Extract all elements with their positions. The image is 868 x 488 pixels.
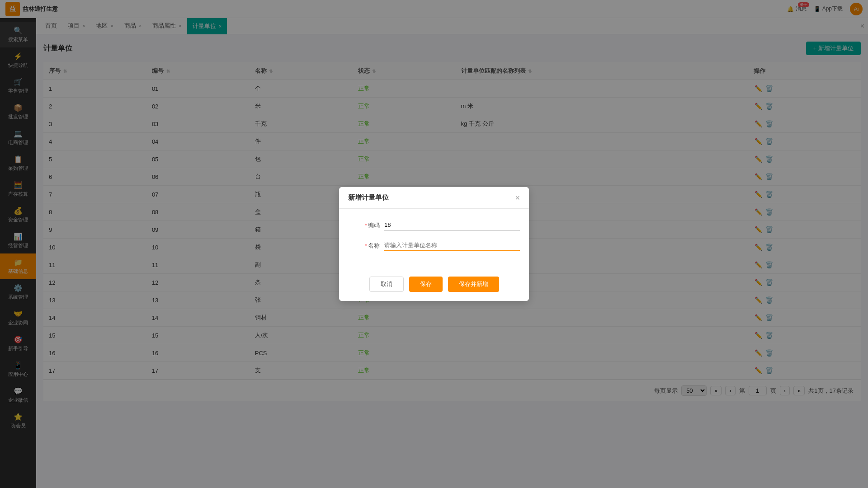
code-required-mark: * bbox=[365, 222, 367, 229]
modal-footer: 取消 保存 保存并新增 bbox=[339, 271, 529, 301]
modal-header: 新增计量单位 × bbox=[339, 187, 529, 209]
modal-overlay[interactable]: 新增计量单位 × *编码 *名称 取消 保存 保存并新增 bbox=[0, 0, 868, 488]
modal-close-button[interactable]: × bbox=[515, 194, 520, 202]
code-input[interactable] bbox=[384, 220, 520, 231]
save-and-new-button[interactable]: 保存并新增 bbox=[448, 277, 499, 292]
code-form-row: *编码 bbox=[348, 220, 520, 231]
name-required-mark: * bbox=[365, 242, 367, 249]
name-input[interactable] bbox=[384, 240, 520, 251]
cancel-button[interactable]: 取消 bbox=[369, 277, 404, 292]
name-label-text: 名称 bbox=[368, 242, 380, 249]
code-label: *编码 bbox=[348, 221, 380, 230]
name-label: *名称 bbox=[348, 242, 380, 250]
modal-title: 新增计量单位 bbox=[348, 193, 389, 202]
add-unit-modal: 新增计量单位 × *编码 *名称 取消 保存 保存并新增 bbox=[339, 187, 529, 301]
save-button[interactable]: 保存 bbox=[409, 277, 443, 292]
name-form-row: *名称 bbox=[348, 240, 520, 251]
modal-body: *编码 *名称 bbox=[339, 209, 529, 271]
code-label-text: 编码 bbox=[368, 222, 380, 229]
